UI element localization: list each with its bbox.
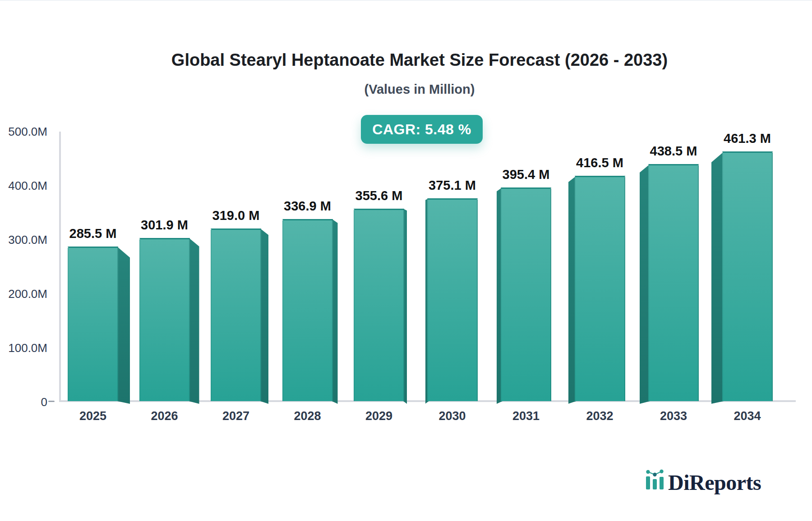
x-tick-label: 2025 — [68, 409, 118, 423]
x-tick-label: 2031 — [501, 409, 551, 423]
direports-logo: DiReports — [645, 467, 761, 494]
bar-2034 — [722, 151, 773, 401]
bar-2026 — [139, 238, 190, 401]
x-tick-label: 2032 — [575, 409, 625, 423]
bar-2027 — [211, 229, 261, 401]
chart-canvas: Global Stearyl Heptanoate Market Size Fo… — [0, 0, 812, 521]
x-tick-label: 2030 — [427, 409, 478, 423]
chart-title: Global Stearyl Heptanoate Market Size Fo… — [14, 50, 812, 70]
x-tick-label: 2034 — [722, 409, 773, 423]
bar-2030 — [427, 198, 478, 401]
cagr-badge: CAGR: 5.48 % — [361, 115, 483, 144]
bar-2025 — [68, 247, 118, 401]
y-tick-label: 100.0M — [0, 341, 47, 355]
zero-tick — [48, 401, 55, 402]
bar-2032 — [575, 176, 625, 401]
y-tick-label: 500.0M — [0, 124, 47, 139]
x-tick-label: 2033 — [648, 409, 699, 423]
cagr-label: CAGR: 5.48 % — [372, 121, 471, 138]
x-tick-label: 2028 — [282, 409, 333, 423]
bar-2033 — [648, 164, 699, 401]
bar-side-face — [117, 247, 130, 404]
bar-value-label: 461.3 M — [698, 131, 797, 146]
y-axis-line — [59, 132, 61, 402]
bar-side-face — [189, 238, 199, 404]
bar-2029 — [354, 209, 404, 401]
logo-mini-chart-icon — [645, 467, 665, 489]
x-tick-label: 2029 — [354, 409, 404, 423]
bar-2028 — [282, 219, 333, 401]
y-tick-label: 300.0M — [0, 233, 47, 247]
y-tick-label: 200.0M — [0, 287, 47, 301]
x-tick-label: 2026 — [139, 409, 190, 423]
bar-2031 — [501, 187, 551, 401]
bar-side-face — [260, 229, 268, 404]
x-tick-label: 2027 — [211, 409, 261, 423]
y-tick-label: 400.0M — [0, 178, 47, 193]
logo-text: DiReports — [668, 472, 761, 494]
y-tick-label: 0 — [0, 395, 47, 409]
chart-subtitle: (Values in Million) — [14, 82, 812, 97]
